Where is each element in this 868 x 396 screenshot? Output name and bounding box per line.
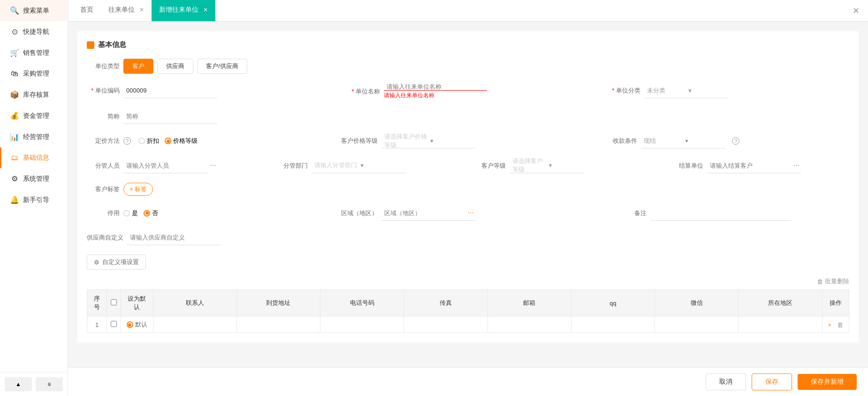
unit-type-customer-btn[interactable]: 客户 — [123, 59, 153, 74]
manager-row: 分管人员 ··· 分管部门 请输入分管部门 ▼ 客户等级 — [87, 158, 849, 173]
wechat-input[interactable] — [659, 321, 734, 328]
pricing-discount-circle — [138, 138, 145, 144]
tab-new-partner-close[interactable]: ✕ — [203, 7, 208, 13]
tab-partners[interactable]: 往来单位 ✕ — [101, 0, 152, 21]
batch-delete-button[interactable]: 🗑 批量删除 — [817, 277, 849, 286]
row-select-checkbox[interactable] — [111, 321, 117, 327]
region-field: 区域（地区） ··· — [341, 205, 577, 221]
custom-settings-button[interactable]: ⚙ 自定义项设置 — [87, 255, 146, 270]
sidebar-item-operations[interactable]: 📊 经营管理 — [0, 126, 68, 148]
sidebar-bottom-btn-2[interactable]: ≡ — [36, 377, 63, 391]
row-qq[interactable] — [571, 317, 655, 333]
save-new-button[interactable]: 保存并新增 — [798, 374, 857, 390]
supplier-custom-row: 供应商自定义 — [87, 230, 849, 245]
sidebar-item-search[interactable]: 🔍 搜索菜单 — [0, 0, 68, 21]
region-label: 区域（地区） — [341, 209, 378, 217]
pricing-discount-radio[interactable]: 折扣 — [138, 137, 159, 145]
department-arrow: ▼ — [359, 163, 403, 168]
row-email[interactable] — [487, 317, 571, 333]
select-all-checkbox[interactable] — [111, 299, 117, 305]
table-row: 1 默认 — [87, 317, 849, 333]
phone-input[interactable] — [324, 321, 400, 328]
sidebar-item-inventory[interactable]: 📦 库存核算 — [0, 84, 68, 105]
sidebar-item-finance[interactable]: 💰 资金管理 — [0, 105, 68, 126]
short-name-input[interactable] — [123, 109, 217, 124]
department-select[interactable]: 请输入分管部门 ▼ — [312, 158, 405, 173]
cancel-button[interactable]: 取消 — [706, 373, 746, 390]
unit-category-arrow: ▼ — [687, 88, 726, 93]
row-address[interactable] — [236, 317, 320, 333]
sidebar-item-basic-info[interactable]: 🗂 基础信息 — [0, 148, 68, 168]
sidebar-bottom-btn-1[interactable]: ▲ — [5, 377, 32, 391]
tab-new-partner[interactable]: 新增往来单位 ✕ — [152, 0, 215, 21]
fax-input[interactable] — [408, 321, 483, 328]
row-add-btn[interactable]: + — [828, 321, 832, 328]
disable-no-radio[interactable]: 否 — [144, 209, 158, 217]
payment-terms-select[interactable]: 现结 ▼ — [641, 133, 725, 148]
payment-terms-info-icon[interactable]: ? — [732, 137, 739, 145]
basic-info-icon: 🗂 — [10, 154, 19, 162]
customer-price-field: 客户价格等级 请选择客户价格等级 ▼ — [341, 133, 586, 148]
unit-type-supplier-btn[interactable]: 供应商 — [157, 59, 193, 74]
unit-type-row: 单位类型 客户 供应商 客户/供应商 — [87, 59, 849, 74]
contact-input[interactable] — [157, 321, 233, 328]
region-input[interactable] — [381, 205, 466, 220]
pricing-field: 定价方法 ? 折扣 价格等级 — [87, 137, 332, 145]
col-index: 序号 — [87, 290, 107, 317]
region-more-btn[interactable]: ··· — [466, 209, 476, 217]
row-wechat[interactable] — [655, 317, 739, 333]
close-all-button[interactable]: ✕ — [849, 4, 863, 18]
row-default-circle — [127, 321, 133, 328]
sidebar-item-quick-nav[interactable]: ⊙ 快捷导航 — [0, 21, 68, 42]
unit-type-both-btn[interactable]: 客户/供应商 — [197, 59, 247, 74]
manager-input[interactable] — [123, 158, 208, 173]
section-title: 基本信息 — [87, 40, 849, 49]
inventory-icon: 📦 — [10, 90, 19, 99]
remark-input[interactable] — [650, 206, 791, 221]
disable-label: 停用 — [87, 209, 120, 217]
pricing-radio-group: 折扣 价格等级 — [138, 137, 198, 145]
disable-yes-radio[interactable]: 是 — [123, 209, 138, 217]
row-phone[interactable] — [320, 317, 404, 333]
supplier-custom-field: 供应商自定义 — [87, 230, 849, 245]
disable-row: 停用 是 否 区 — [87, 205, 849, 221]
pricing-info-icon[interactable]: ? — [123, 137, 131, 145]
unit-category-select[interactable]: 未分类 ▼ — [644, 83, 729, 98]
customer-level-select[interactable]: 请选择客户等级 ▼ — [510, 158, 585, 173]
row-delete-btn[interactable]: 🗑 — [837, 321, 843, 328]
unit-code-input[interactable] — [123, 83, 217, 98]
save-button[interactable]: 保存 — [752, 373, 792, 390]
pricing-level-radio[interactable]: 价格等级 — [165, 137, 198, 145]
settlement-unit-input[interactable] — [707, 158, 792, 173]
settlement-more-btn[interactable]: ··· — [792, 161, 801, 170]
row-region[interactable] — [739, 317, 822, 333]
row-contact[interactable] — [153, 317, 236, 333]
search-icon: 🔍 — [10, 6, 19, 15]
delete-icon: 🗑 — [817, 278, 823, 285]
unit-name-input[interactable] — [384, 83, 487, 91]
pricing-label: 定价方法 — [87, 137, 120, 145]
sidebar-item-system[interactable]: ⚙ 系统管理 — [0, 168, 68, 189]
tab-partners-close[interactable]: ✕ — [139, 7, 144, 13]
manager-more-btn[interactable]: ··· — [208, 161, 218, 170]
add-tag-button[interactable]: + 标签 — [123, 183, 153, 196]
row-default-radio[interactable]: 默认 — [125, 320, 149, 329]
email-input[interactable] — [492, 321, 567, 328]
sidebar-item-sales[interactable]: 🛒 销售管理 — [0, 42, 68, 63]
department-label: 分管部门 — [275, 162, 308, 170]
row-region-input[interactable] — [742, 321, 818, 328]
purchase-icon: 🛍 — [10, 70, 19, 78]
row-default-dot — [128, 323, 131, 326]
sidebar-item-beginner[interactable]: 🔔 新手引导 — [0, 189, 68, 210]
content-area: 基本信息 单位类型 客户 供应商 客户/供应商 单位编码 — [68, 22, 868, 367]
col-checkbox — [107, 290, 121, 317]
qq-input[interactable] — [575, 321, 651, 328]
tab-home[interactable]: 首页 — [73, 0, 101, 21]
row-fax[interactable] — [404, 317, 487, 333]
supplier-custom-label: 供应商自定义 — [87, 233, 123, 242]
customer-price-select[interactable]: 请选择客户价格等级 ▼ — [381, 133, 475, 148]
address-input[interactable] — [241, 321, 316, 328]
short-name-row: 简称 — [87, 109, 849, 124]
sidebar-item-purchase[interactable]: 🛍 采购管理 — [0, 63, 68, 84]
supplier-custom-input[interactable] — [127, 230, 221, 245]
